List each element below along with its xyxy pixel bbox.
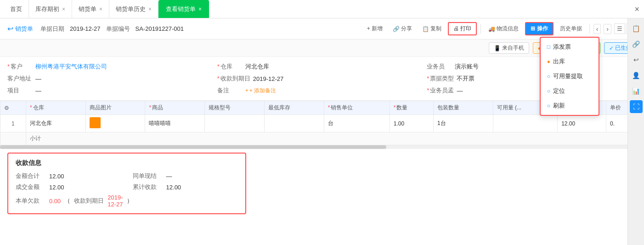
next-button[interactable]: › — [604, 24, 611, 34]
sidebar-chart-icon: 📊 — [632, 87, 640, 95]
subtotal-label: 小计 — [26, 132, 644, 145]
menu-outbound[interactable]: ● 出库 — [541, 54, 599, 69]
sidebar-return-btn[interactable]: ↩ — [630, 53, 643, 66]
print-button[interactable]: 🖨 打印 — [448, 22, 477, 35]
row-sku — [205, 115, 265, 132]
menu-refresh[interactable]: ○ 刷新 — [541, 98, 599, 113]
col-sku: 规格型号 — [205, 101, 265, 115]
tab-close-view[interactable]: × — [198, 6, 202, 12]
operation-icon: ⊞ — [531, 25, 535, 32]
date-value: 2019-12-27 — [70, 25, 101, 32]
logistics-icon: 🚚 — [488, 26, 495, 32]
tab-bar: 首页 库存期初 × 销货单 × 销货单历史 × 查看销货单 × × — [0, 0, 644, 18]
add-note-icon: + — [245, 87, 249, 94]
sidebar-user-icon: 👤 — [632, 72, 640, 79]
tab-close-inventory[interactable]: × — [62, 6, 65, 12]
doc-header: ↩ 销货单 单据日期 2019-12-27 单据编号 SA-20191227-0… — [0, 18, 644, 40]
due-date-label-inline: 收款到期日 — [74, 197, 104, 205]
subtotal-empty — [0, 132, 26, 145]
share-icon: 🔗 — [393, 26, 400, 32]
warehouse-value: 河北仓库 — [245, 63, 269, 71]
ticket-type-value: 不开票 — [457, 74, 475, 83]
sales-field: 业务员孟 — — [427, 86, 637, 95]
total-amount-value: 12.00 — [49, 173, 64, 180]
print-icon: 🖨 — [453, 25, 459, 32]
settings-icon[interactable]: ⚙ — [4, 105, 9, 111]
history-button[interactable]: 历史单据 — [556, 23, 586, 34]
window-close-button[interactable]: × — [634, 4, 639, 14]
project-value: — — [35, 87, 41, 94]
outbound-icon: ● — [547, 58, 550, 65]
locate-icon: ○ — [547, 88, 550, 94]
operation-menu: □ 添发票 ● 出库 ○ 可用量提取 ○ 定位 — [540, 37, 599, 116]
warehouse-label: 仓库 — [217, 63, 243, 71]
doc-title-area: ↩ 销货单 单据日期 2019-12-27 单据编号 SA-20191227-0… — [7, 24, 363, 33]
cumulative-payment-value: 12.00 — [166, 184, 181, 191]
project-label: 项目 — [7, 86, 33, 95]
toolbar-actions: + 新增 🔗 分享 📋 复制 🖨 打印 🚚 物流信息 — [363, 22, 637, 35]
operation-button[interactable]: ⊞ 操作 — [525, 22, 553, 35]
doc-type-label: 销货单 — [15, 25, 33, 33]
salesperson-field: 业务员 演示账号 — [427, 63, 637, 71]
sidebar-link-icon: 🔗 — [632, 40, 640, 48]
due-date-value-inline: 2019-12-27 — [107, 194, 123, 208]
sidebar-doc-btn[interactable]: 📋 — [630, 22, 643, 35]
current-due-label: 本单欠款 — [16, 197, 45, 205]
total-amount-row: 金额合计 12.00 — [16, 172, 133, 180]
due-date-paren-close: ） — [127, 197, 133, 205]
cumulative-payment-label: 累计收款 — [133, 183, 163, 191]
date-label: 单据日期 — [40, 25, 64, 33]
transaction-amount-label: 成交金额 — [16, 183, 45, 191]
menu-add-invoice[interactable]: □ 添发票 — [541, 40, 599, 54]
note-field: 备注 + + 添加备注 — [217, 86, 427, 95]
address-value: — — [35, 75, 41, 82]
same-order-value: — — [166, 173, 172, 180]
sidebar-link-btn[interactable]: 🔗 — [630, 38, 643, 51]
tab-sales-history[interactable]: 销货单历史 × — [109, 0, 158, 18]
tab-inventory-init[interactable]: 库存期初 × — [29, 0, 72, 18]
doc-meta: 单据日期 2019-12-27 单据编号 SA-20191227-001 — [40, 25, 184, 33]
salesperson-value: 演示账号 — [455, 63, 479, 71]
current-due-value: 0.00 — [49, 198, 61, 205]
transaction-amount-row: 成交金额 12.00 — [16, 183, 133, 191]
list-view-button[interactable]: ☰ — [614, 23, 625, 34]
project-field: 项目 — — [7, 86, 217, 95]
row-num: 1 — [0, 115, 26, 132]
add-invoice-icon: □ — [547, 44, 550, 50]
sidebar-user-btn[interactable]: 👤 — [630, 69, 643, 82]
salesperson-label: 业务员 — [427, 63, 452, 71]
menu-locate[interactable]: ○ 定位 — [541, 84, 599, 98]
current-due-row: 本单欠款 0.00 （ 收款到期日 2019-12-27 ） — [16, 194, 133, 208]
copy-button[interactable]: 📋 复制 — [418, 23, 445, 34]
share-button[interactable]: 🔗 分享 — [389, 23, 416, 34]
new-button[interactable]: + 新增 — [363, 23, 386, 34]
logistics-button[interactable]: 🚚 物流信息 — [485, 23, 522, 34]
status-phone-btn[interactable]: 📱 来自手机 — [489, 42, 529, 54]
toolbar-divider — [480, 24, 481, 34]
tab-sales-order[interactable]: 销货单 × — [72, 0, 109, 18]
same-order-row: 同单现结 — — [133, 172, 238, 180]
tab-close-sales[interactable]: × — [99, 6, 102, 12]
tab-home[interactable]: 首页 — [4, 0, 29, 18]
table-scrollbar[interactable] — [0, 145, 644, 149]
sidebar-doc-icon: 📋 — [632, 25, 640, 32]
prev-button[interactable]: ‹ — [593, 24, 601, 34]
tab-close-history[interactable]: × — [148, 6, 152, 12]
sidebar-expand-btn[interactable]: ⛶ — [630, 100, 643, 113]
col-settings[interactable]: ⚙ — [0, 101, 26, 115]
due-date-paren: （ — [64, 197, 70, 205]
col-min-stock: 最低库存 — [264, 101, 324, 115]
customer-value[interactable]: 柳州粤港平安气体有限公司 — [35, 63, 107, 71]
same-order-label: 同单现结 — [133, 172, 163, 180]
sidebar-return-icon: ↩ — [633, 56, 639, 63]
note-label: 备注 — [217, 86, 243, 95]
tab-view-sales[interactable]: 查看销货单 × — [158, 0, 209, 18]
sidebar-chart-btn[interactable]: 📊 — [630, 85, 643, 97]
number-label: 单据编号 — [106, 25, 130, 33]
scrollbar-thumb — [0, 145, 386, 149]
menu-available-extract[interactable]: ○ 可用量提取 — [541, 69, 599, 84]
sales-label: 业务员孟 — [427, 86, 454, 95]
ticket-type-field: 票据类型 不开票 — [427, 74, 637, 83]
add-note-button[interactable]: + + 添加备注 — [245, 87, 276, 95]
operation-dropdown: ⊞ 操作 □ 添发票 ● 出库 ○ — [525, 22, 553, 35]
